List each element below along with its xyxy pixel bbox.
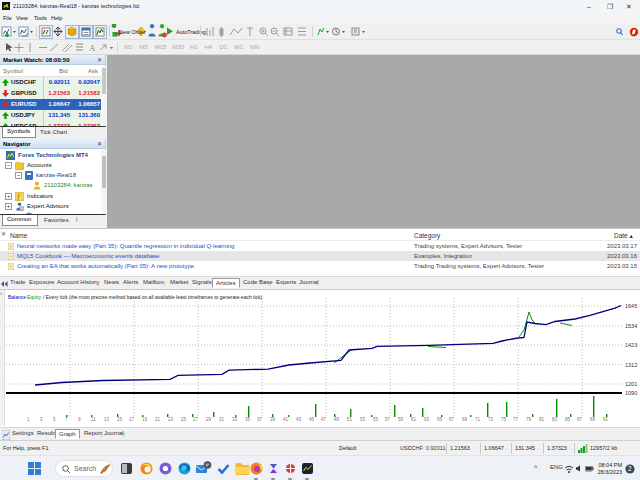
svg-text:A: A: [89, 43, 96, 53]
svg-text:2: 2: [628, 465, 632, 472]
